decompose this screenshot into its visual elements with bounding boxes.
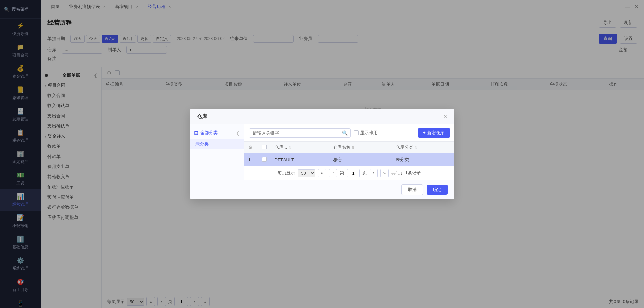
modal-tree-header[interactable]: ⊞ 全部分类 ❮: [190, 127, 244, 139]
sort-icon-code: ⇅: [288, 146, 291, 149]
modal-page-size-select[interactable]: 50 100: [298, 169, 315, 177]
modal-header: 仓库 ×: [190, 109, 454, 124]
cell-check[interactable]: [258, 153, 271, 166]
modal-search-icon[interactable]: 🔍: [339, 129, 350, 137]
warehouse-modal: 仓库 × ⊞ 全部分类 ❮ 未分类 🔍: [190, 109, 454, 199]
modal-close-button[interactable]: ×: [444, 113, 448, 120]
cell-name: 总仓: [329, 153, 392, 166]
modal-search-input[interactable]: [249, 129, 339, 137]
add-warehouse-button[interactable]: + 新增仓库: [418, 128, 449, 138]
modal-table-area: ⚙ 仓库... ⇅ 仓库名称 ⇅ 仓库分类 ⇅ 1 DEFA: [244, 142, 454, 166]
cell-category: 未分类: [392, 153, 454, 166]
show-disabled-checkbox[interactable]: [354, 130, 359, 135]
col-warehouse-code: 仓库... ⇅: [271, 142, 329, 153]
table-gear-icon[interactable]: ⚙: [248, 145, 253, 150]
col-warehouse-name: 仓库名称 ⇅: [329, 142, 392, 153]
col-check: [258, 142, 271, 153]
tree-grid-icon: ⊞: [194, 130, 198, 136]
modal-page-input[interactable]: [347, 169, 360, 177]
modal-toolbar: 🔍 显示停用 + 新增仓库: [244, 124, 454, 142]
modal-first-page[interactable]: «: [318, 169, 326, 177]
modal-tree: ⊞ 全部分类 ❮ 未分类: [190, 124, 244, 180]
row-checkbox[interactable]: [262, 157, 267, 162]
tree-collapse-button[interactable]: ❮: [236, 130, 240, 136]
modal-cancel-button[interactable]: 取消: [401, 184, 423, 195]
modal-prev-page[interactable]: ‹: [329, 169, 337, 177]
header-checkbox[interactable]: [262, 145, 267, 149]
modal-footer: 取消 确定: [190, 180, 454, 199]
modal-page-size-label: 每页显示: [277, 170, 295, 176]
modal-table: ⚙ 仓库... ⇅ 仓库名称 ⇅ 仓库分类 ⇅ 1 DEFA: [244, 142, 454, 166]
show-disabled-label[interactable]: 显示停用: [354, 130, 378, 136]
modal-page-label: 第: [340, 170, 344, 176]
sort-icon-cat: ⇅: [414, 146, 417, 149]
modal-title: 仓库: [197, 113, 207, 120]
cell-seq: 1: [244, 153, 258, 166]
modal-table-body: 1 DEFAULT 总仓 未分类: [244, 153, 454, 166]
tree-item-uncategorized[interactable]: 未分类: [190, 139, 244, 149]
modal-total-info: 共1页, 1条记录: [391, 170, 421, 176]
modal-confirm-button[interactable]: 确定: [427, 185, 448, 195]
warehouse-row-1[interactable]: 1 DEFAULT 总仓 未分类: [244, 153, 454, 166]
modal-body: ⊞ 全部分类 ❮ 未分类 🔍 显示停用: [190, 124, 454, 180]
modal-pagination: 每页显示 50 100 « ‹ 第 页 › » 共1页, 1条记录: [244, 166, 454, 180]
modal-header-row: ⚙ 仓库... ⇅ 仓库名称 ⇅ 仓库分类 ⇅: [244, 142, 454, 153]
sort-icon-name: ⇅: [352, 146, 354, 149]
show-disabled-text: 显示停用: [360, 130, 378, 136]
modal-page-suffix: 页: [362, 170, 367, 176]
modal-next-page[interactable]: ›: [370, 169, 378, 177]
modal-table-header: ⚙ 仓库... ⇅ 仓库名称 ⇅ 仓库分类 ⇅: [244, 142, 454, 153]
tree-all-label: 全部分类: [200, 130, 218, 136]
modal-content-area: 🔍 显示停用 + 新增仓库 ⚙: [244, 124, 454, 180]
col-warehouse-category: 仓库分类 ⇅: [392, 142, 454, 153]
cell-code: DEFAULT: [271, 153, 329, 166]
modal-last-page[interactable]: »: [380, 169, 389, 177]
col-gear: ⚙: [244, 142, 258, 153]
modal-overlay: 仓库 × ⊞ 全部分类 ❮ 未分类 🔍: [0, 0, 644, 308]
modal-search: 🔍: [249, 128, 351, 138]
